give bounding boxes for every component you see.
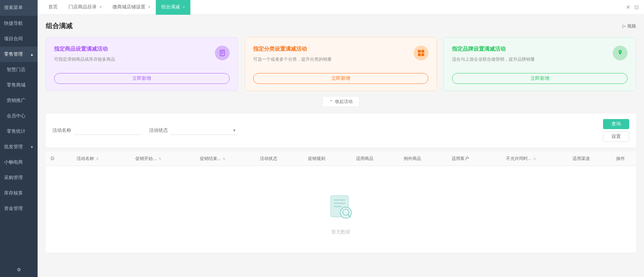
sidebar-item-retail-mall[interactable]: 零售商城 [0, 77, 38, 93]
svg-rect-3 [421, 53, 424, 56]
sidebar-item-label: 采购管理 [4, 175, 23, 181]
chevron-up-icon: ⌃ [329, 99, 333, 104]
query-button[interactable]: 查询 [603, 119, 629, 129]
tab-wechat-store[interactable]: 微商城店铺设置 × [107, 0, 156, 15]
svg-rect-7 [334, 206, 342, 207]
sidebar-item-label: 零售统计 [7, 128, 26, 134]
sidebar-item-finance-mgmt[interactable]: 资金管理 [0, 201, 38, 216]
table-container: ⚙ 活动名称 ⇅ 促销开始... ⇅ 促销结束... ⇅ [46, 151, 636, 253]
sidebar-item-marketing[interactable]: 营销推广 [0, 93, 38, 108]
table-col-promo-start: 促销开始... ⇅ [116, 151, 180, 166]
tab-combo-discount[interactable]: 组合满减 × [156, 0, 190, 15]
table-col-gear: ⚙ [46, 151, 59, 166]
empty-state-cell: 暂无数据 [46, 166, 636, 253]
table-col-operation: 操作 [605, 151, 636, 166]
sort-icon[interactable]: ⇅ [223, 157, 225, 161]
card-by-brand-desc: 适合与上游企业联合做营销，提升品牌销量 [452, 56, 628, 68]
sidebar-item-inventory-calc[interactable]: 库存核算 [0, 185, 38, 201]
filter-row: 活动名称 活动状态 进行中 未开始 已结束 ▼ 查询 设置 [46, 114, 636, 147]
svg-rect-6 [334, 203, 346, 204]
content-area: 组合满减 ▷ 视频 指定商品设置满减活动 可指定滞销商品或库存较多商品 立即新增… [38, 15, 644, 277]
sidebar-item-member-center[interactable]: 会员中心 [0, 108, 38, 124]
empty-text: 暂无数据 [331, 229, 350, 235]
card-by-product-desc: 可指定滞销商品或库存较多商品 [54, 56, 230, 68]
sidebar-item-retail-mgmt[interactable]: 零售管理 ▲ [0, 47, 38, 62]
sidebar-item-label: 零售管理 [4, 51, 23, 57]
activity-status-select[interactable]: 进行中 未开始 已结束 [171, 126, 238, 135]
svg-rect-5 [334, 200, 346, 201]
main-area: 首页 门店商品目录 × 微商城店铺设置 × 组合满减 × ✕ ⊡ 组合满减 ▷ … [38, 0, 644, 277]
card-by-brand: 指定品牌设置满减活动 适合与上游企业联合做营销，提升品牌销量 立即新增 [444, 37, 636, 91]
table-col-activity-name: 活动名称 ⇅ [59, 151, 116, 166]
sort-icon[interactable]: ⇅ [158, 157, 161, 161]
card-by-product-icon [215, 46, 230, 60]
table-col-not-allow-concurrent: 不允许同时... ⇅ [485, 151, 557, 166]
chevron-up-icon: ▲ [30, 53, 34, 56]
sidebar-item-label: 项目合同 [4, 36, 23, 42]
svg-rect-1 [421, 50, 424, 53]
card-by-category-title: 指定分类设置满减活动 [253, 46, 429, 53]
sidebar-search[interactable]: 搜索菜单 [0, 0, 38, 16]
sidebar-item-label: 智慧门店 [7, 67, 26, 73]
sidebar-item-wholesale-mgmt[interactable]: 批发管理 ▼ [0, 139, 38, 155]
sidebar-item-quick-nav[interactable]: 快捷导航 [0, 16, 38, 31]
window-controls: ✕ ⊡ [626, 4, 639, 10]
sort-icon[interactable]: ⇅ [533, 157, 536, 161]
card-by-brand-icon [613, 46, 628, 60]
card-by-product-btn[interactable]: 立即新增 [54, 73, 230, 84]
activity-name-input[interactable] [74, 126, 141, 135]
sidebar-item-smart-store[interactable]: 智慧门店 [0, 62, 38, 77]
sidebar-item-purchase-mgmt[interactable]: 采购管理 [0, 170, 38, 185]
tab-store-catalog[interactable]: 门店商品目录 × [63, 0, 107, 15]
play-icon: ▷ [623, 23, 626, 29]
empty-state-row: 暂无数据 [46, 166, 636, 253]
table-gear-icon[interactable]: ⚙ [50, 156, 55, 161]
sidebar-item-xc-ecommerce[interactable]: 小畅电商 [0, 155, 38, 170]
chevron-down-icon: ▼ [30, 145, 34, 149]
tab-store-catalog-close[interactable]: × [99, 5, 102, 9]
sidebar-item-project-contract[interactable]: 项目合同 [0, 31, 38, 47]
collapse-activities-btn[interactable]: ⌃ 收起活动 [322, 96, 360, 107]
card-by-category: 指定分类设置满减活动 可选一个或者多个分类，提升分类的销量 立即新增 [245, 37, 437, 91]
video-link[interactable]: ▷ 视频 [623, 23, 636, 29]
page-header: 组合满减 ▷ 视频 [46, 21, 636, 31]
empty-illustration [321, 190, 361, 224]
activity-name-label: 活动名称 [52, 127, 71, 133]
card-by-brand-btn[interactable]: 立即新增 [452, 73, 628, 84]
filter-activity-name: 活动名称 [52, 126, 141, 135]
gear-icon: ⚙ [17, 267, 21, 272]
table-col-promo-rule: 促销规则 [292, 151, 340, 166]
sidebar-item-label: 营销推广 [7, 98, 26, 104]
activity-status-select-wrapper: 进行中 未开始 已结束 ▼ [171, 126, 238, 135]
sort-icon[interactable]: ⇅ [96, 157, 99, 161]
page-title: 组合满减 [46, 21, 73, 31]
sidebar-item-label: 零售商城 [7, 82, 26, 88]
tab-wechat-store-close[interactable]: × [148, 5, 150, 9]
table-col-exception-goods: 例外商品 [388, 151, 436, 166]
svg-rect-0 [418, 50, 421, 53]
sidebar-item-label: 快捷导航 [4, 20, 23, 26]
tab-combo-discount-close[interactable]: × [183, 5, 185, 9]
sidebar-item-label: 小畅电商 [4, 159, 23, 165]
sidebar-item-label: 库存核算 [4, 190, 23, 196]
table-col-promo-end: 促销结束... ⇅ [180, 151, 244, 166]
table-col-activity-status: 活动状态 [245, 151, 293, 166]
maximize-window-btn[interactable]: ⊡ [634, 4, 639, 10]
empty-state: 暂无数据 [49, 170, 633, 248]
svg-rect-2 [418, 53, 421, 56]
table-body: 暂无数据 [46, 166, 636, 253]
filter-activity-status: 活动状态 进行中 未开始 已结束 ▼ [149, 126, 238, 135]
card-by-category-desc: 可选一个或者多个分类，提升分类的销量 [253, 56, 429, 68]
table-col-applicable-goods: 适用商品 [340, 151, 388, 166]
table-col-applicable-customer: 适用客户 [436, 151, 485, 166]
close-window-btn[interactable]: ✕ [626, 4, 630, 10]
tab-bar: 首页 门店商品目录 × 微商城店铺设置 × 组合满减 × ✕ ⊡ [38, 0, 644, 15]
settings-button[interactable]: 设置 [603, 131, 629, 142]
collapse-bar: ⌃ 收起活动 [46, 96, 636, 107]
activity-status-label: 活动状态 [149, 127, 168, 133]
sidebar-item-retail-stats[interactable]: 零售统计 [0, 124, 38, 139]
card-by-category-btn[interactable]: 立即新增 [253, 73, 429, 84]
tab-home[interactable]: 首页 [43, 0, 63, 15]
sidebar-item-label: 批发管理 [4, 144, 23, 150]
sidebar-settings-btn[interactable]: ⚙ [0, 262, 38, 277]
